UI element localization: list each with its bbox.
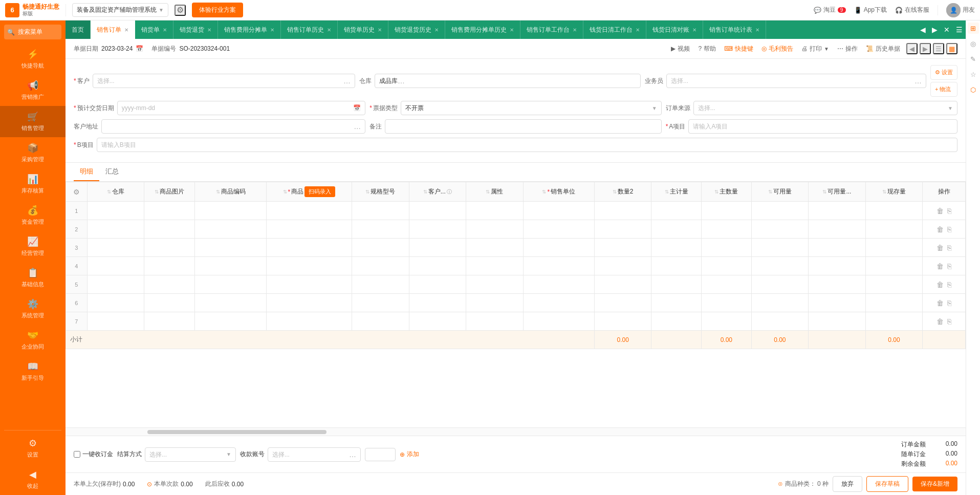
tab-invoice-history[interactable]: 销货单历史 ✕ [338, 20, 388, 39]
cell-avail2-4[interactable] [809, 257, 866, 275]
delete-row-1-button[interactable]: 🗑 [935, 206, 945, 216]
delete-row-6-button[interactable]: 🗑 [935, 298, 945, 308]
cell-main-unit-3[interactable] [651, 239, 702, 257]
payment-method-input[interactable] [149, 451, 226, 458]
cell-warehouse-5[interactable] [87, 275, 144, 294]
tab-close-cash-daily[interactable]: ✕ [636, 27, 640, 33]
cell-avail-3[interactable] [751, 239, 809, 257]
customer-address-text-input[interactable] [106, 123, 354, 130]
tab-cash-daily[interactable]: 钱货日清工作台 ✕ [583, 20, 646, 39]
cell-main-qty-1[interactable] [702, 202, 752, 220]
right-tool-5[interactable]: ⬡ [968, 84, 979, 95]
tab-return-history[interactable]: 销货退货历史 ✕ [388, 20, 445, 39]
view-video-button[interactable]: ▶ 视频 [669, 44, 692, 54]
delivery-date-input[interactable]: 📅 [117, 101, 366, 115]
cell-main-unit-4[interactable] [651, 257, 702, 275]
cell-spec-7[interactable] [352, 312, 409, 331]
tab-sales-order[interactable]: 销售订单 ✕ [91, 20, 135, 39]
right-tool-3[interactable]: ✎ [968, 53, 979, 64]
col-avail-qty2[interactable]: ⇅可用量... [809, 182, 866, 202]
delete-row-7-button[interactable]: 🗑 [935, 316, 945, 327]
cell-avail-6[interactable] [751, 294, 809, 312]
cell-customer-5[interactable] [409, 275, 466, 294]
copy-row-4-button[interactable]: ⎘ [946, 261, 952, 271]
cell-image-5[interactable] [144, 275, 195, 294]
sidebar-item-quicknav[interactable]: ⚡ 快捷导航 [0, 44, 66, 75]
save-draft-button[interactable]: 保存草稿 [866, 476, 908, 492]
sidebar-item-guide[interactable]: 📖 新手引导 [0, 356, 66, 387]
shortcut-button[interactable]: ⌨ 快捷键 [722, 44, 755, 54]
cell-product-3[interactable] [266, 239, 352, 257]
cell-current-1[interactable] [865, 202, 923, 220]
account-select[interactable]: … [268, 447, 361, 462]
tab-sales-fee[interactable]: 销售费用分摊单 ✕ [218, 20, 281, 39]
tab-close-invoice-history[interactable]: ✕ [378, 27, 382, 33]
sidebar-item-operations[interactable]: 📈 经营管理 [0, 231, 66, 262]
cell-spec-4[interactable] [352, 257, 409, 275]
cell-main-qty-6[interactable] [702, 294, 752, 312]
cell-unit-4[interactable] [523, 257, 594, 275]
payment-method-select[interactable]: ▼ [145, 447, 236, 462]
cell-qty2-2[interactable] [594, 220, 651, 239]
cell-warehouse-2[interactable] [87, 220, 144, 239]
cell-qty2-5[interactable] [594, 275, 651, 294]
a-project-text-input[interactable] [693, 123, 953, 130]
prev-record-button[interactable]: ◀ [906, 43, 918, 54]
tab-menu-button[interactable]: ☰ [953, 26, 966, 34]
cell-qty2-4[interactable] [594, 257, 651, 275]
add-payment-button[interactable]: ⊕ 添加 [400, 450, 419, 459]
sidebar-item-inventory[interactable]: 📊 库存核算 [0, 168, 66, 200]
sidebar-item-purchase[interactable]: 📦 采购管理 [0, 137, 66, 168]
col-warehouse[interactable]: ⇅仓库 [87, 182, 144, 202]
cell-spec-1[interactable] [352, 202, 409, 220]
delete-row-4-button[interactable]: 🗑 [935, 261, 945, 271]
a-project-input[interactable] [688, 119, 957, 134]
sidebar-item-system[interactable]: ⚙️ 系统管理 [0, 293, 66, 325]
cell-main-unit-2[interactable] [651, 220, 702, 239]
add-logistics-button[interactable]: + 物流 [930, 82, 957, 97]
col-qty2[interactable]: ⇅数量2 [594, 182, 651, 202]
horizontal-scrollbar[interactable] [66, 427, 966, 436]
col-spec[interactable]: ⇅规格型号 [352, 182, 409, 202]
cell-customer-3[interactable] [409, 239, 466, 257]
cell-product-5[interactable] [266, 275, 352, 294]
cell-spec-5[interactable] [352, 275, 409, 294]
quick-checkout-checkbox[interactable]: 一键收订金 [74, 450, 113, 459]
col-sales-unit[interactable]: ⇅*销售单位 [523, 182, 594, 202]
delete-row-3-button[interactable]: 🗑 [935, 243, 945, 253]
delete-row-2-button[interactable]: 🗑 [935, 224, 945, 234]
salesperson-more-icon[interactable]: … [914, 77, 922, 85]
cell-code-1[interactable] [195, 202, 266, 220]
customer-text-input[interactable] [97, 77, 343, 84]
profit-button[interactable]: ◎ 毛利预告 [759, 44, 795, 54]
right-tool-2[interactable]: ◎ [968, 38, 979, 49]
tab-detail[interactable]: 明细 [74, 163, 99, 181]
cell-qty2-3[interactable] [594, 239, 651, 257]
tab-sales-workbench[interactable]: 销售订单工作台 ✕ [520, 20, 583, 39]
b-project-input[interactable] [97, 138, 957, 152]
cell-warehouse-4[interactable] [87, 257, 144, 275]
cell-spec-6[interactable] [352, 294, 409, 312]
customer-address-input[interactable]: … [101, 119, 365, 134]
cell-image-7[interactable] [144, 312, 195, 331]
cell-code-5[interactable] [195, 275, 266, 294]
next-record-button[interactable]: ▶ [920, 43, 931, 54]
cell-product-6[interactable] [266, 294, 352, 312]
system-settings-icon[interactable]: ⚙ [175, 5, 186, 16]
copy-row-6-button[interactable]: ⎘ [946, 298, 952, 308]
warehouse-input[interactable]: 成品库 … [375, 74, 641, 88]
right-tool-1[interactable]: ⊞ [968, 23, 979, 34]
cell-code-7[interactable] [195, 312, 266, 331]
sidebar-item-enterprise[interactable]: 🤝 企业协同 [0, 325, 66, 356]
copy-row-3-button[interactable]: ⎘ [946, 243, 952, 253]
cell-customer-6[interactable] [409, 294, 466, 312]
cell-avail-7[interactable] [751, 312, 809, 331]
col-avail-qty[interactable]: ⇅可用量 [751, 182, 809, 202]
cell-unit-2[interactable] [523, 220, 594, 239]
tab-fee-history[interactable]: 销售费用分摊单历史 ✕ [445, 20, 520, 39]
tab-reconcile[interactable]: 钱货日清对账 ✕ [646, 20, 703, 39]
cell-avail2-1[interactable] [809, 202, 866, 220]
user-menu[interactable]: 👤 用友 [946, 3, 975, 17]
sidebar-item-collapse[interactable]: ◀ 收起 [0, 464, 66, 495]
cell-warehouse-3[interactable] [87, 239, 144, 257]
